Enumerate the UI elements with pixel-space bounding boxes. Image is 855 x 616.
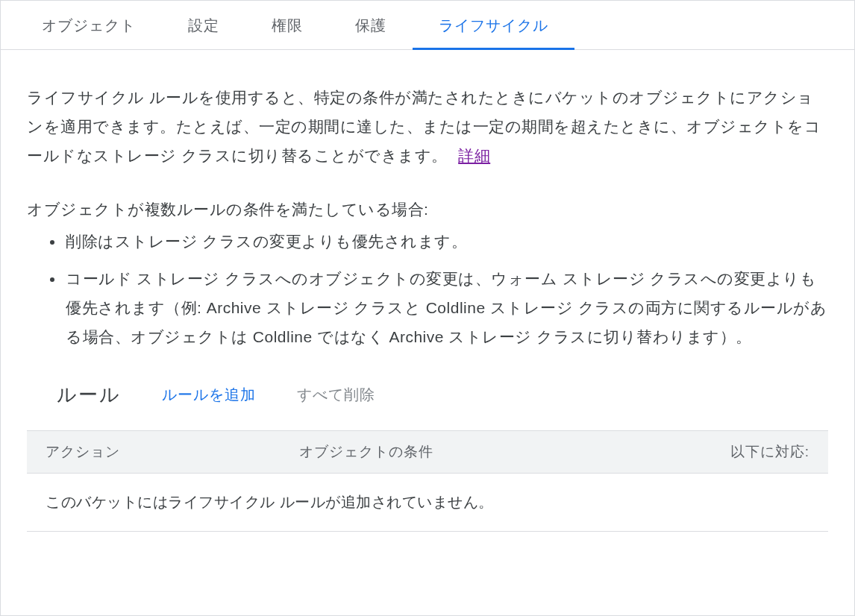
tab-settings[interactable]: 設定 [162,1,245,49]
column-action: アクション [46,442,299,462]
tab-protection[interactable]: 保護 [329,1,413,49]
tab-objects[interactable]: オブジェクト [16,1,162,49]
add-rule-button[interactable]: ルールを追加 [162,385,256,405]
rules-title: ルール [57,382,121,408]
rules-header: ルール ルールを追加 すべて削除 [27,382,828,408]
lifecycle-description: ライフサイクル ルールを使用すると、特定の条件が満たされたときにバケットのオブジ… [27,84,828,171]
priority-rule-list: 削除はストレージ クラスの変更よりも優先されます。 コールド ストレージ クラス… [27,227,828,352]
column-condition: オブジェクトの条件 [299,442,698,462]
description-text: ライフサイクル ルールを使用すると、特定の条件が満たされたときにバケットのオブジ… [27,89,821,164]
list-item: コールド ストレージ クラスへのオブジェクトの変更は、ウォーム ストレージ クラ… [64,265,828,352]
multi-rule-subheading: オブジェクトが複数ルールの条件を満たしている場合: [27,199,828,220]
learn-more-link[interactable]: 詳細 [458,147,490,164]
column-applies-to: 以下に対応: [698,442,809,462]
rules-table-header: アクション オブジェクトの条件 以下に対応: [27,430,828,474]
empty-rules-message: このバケットにはライフサイクル ルールが追加されていません。 [27,474,828,532]
tab-bar: オブジェクト 設定 権限 保護 ライフサイクル [1,1,854,50]
list-item: 削除はストレージ クラスの変更よりも優先されます。 [64,227,828,257]
tab-permissions[interactable]: 権限 [245,1,329,49]
lifecycle-content: ライフサイクル ルールを使用すると、特定の条件が満たされたときにバケットのオブジ… [1,50,854,554]
delete-all-button[interactable]: すべて削除 [297,385,375,405]
tab-lifecycle[interactable]: ライフサイクル [413,1,574,49]
